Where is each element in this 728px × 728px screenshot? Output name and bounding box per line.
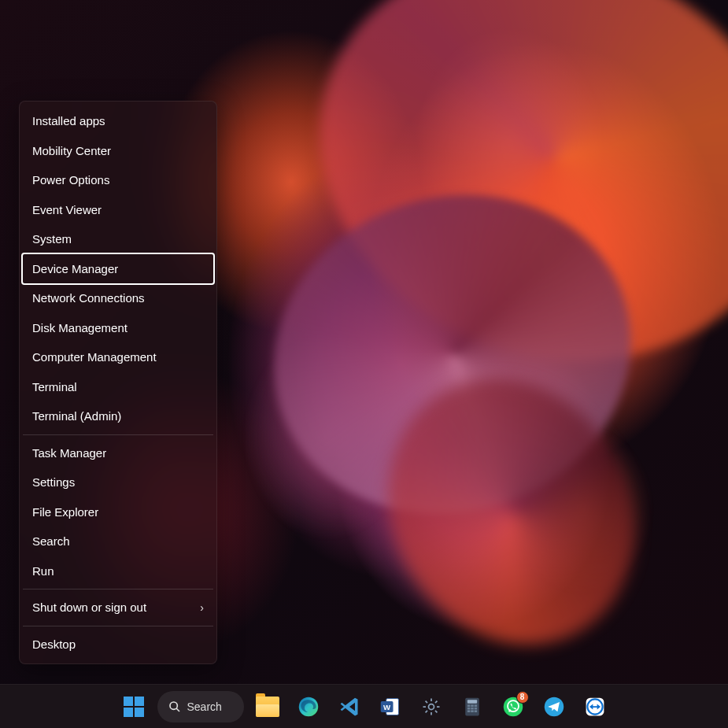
menu-item-run[interactable]: Run xyxy=(23,556,213,586)
taskbar-calculator[interactable] xyxy=(455,689,490,724)
taskbar-word[interactable]: W xyxy=(373,689,408,724)
menu-item-desktop[interactable]: Desktop xyxy=(23,630,213,660)
menu-item-label: System xyxy=(32,231,72,247)
search-label: Search xyxy=(187,700,222,713)
menu-item-label: Device Manager xyxy=(32,261,118,277)
svg-rect-12 xyxy=(474,704,477,707)
chevron-right-icon: › xyxy=(200,601,204,615)
teamviewer-icon xyxy=(584,696,606,718)
taskbar-vscode[interactable] xyxy=(332,689,367,724)
svg-rect-10 xyxy=(467,704,470,707)
svg-rect-16 xyxy=(467,710,470,712)
svg-text:W: W xyxy=(383,702,391,711)
taskbar-whatsapp[interactable]: 8 xyxy=(496,689,530,724)
menu-item-installed-apps[interactable]: Installed apps xyxy=(23,106,213,136)
menu-item-label: Settings xyxy=(32,475,75,490)
svg-point-7 xyxy=(428,704,434,709)
vscode-icon xyxy=(338,696,360,718)
search-icon xyxy=(168,700,181,713)
calculator-icon xyxy=(461,696,483,718)
menu-item-search[interactable]: Search xyxy=(23,527,213,556)
edge-icon xyxy=(297,696,320,718)
svg-point-0 xyxy=(170,702,177,709)
menu-item-terminal-admin[interactable]: Terminal (Admin) xyxy=(23,401,213,431)
menu-item-label: Mobility Center xyxy=(32,143,111,159)
svg-rect-17 xyxy=(471,710,474,712)
svg-line-1 xyxy=(176,708,179,711)
menu-item-label: Computer Management xyxy=(32,349,157,365)
svg-rect-9 xyxy=(467,700,476,703)
gear-icon xyxy=(420,696,442,718)
svg-rect-18 xyxy=(474,710,477,712)
menu-item-label: Run xyxy=(32,564,54,579)
menu-item-event-viewer[interactable]: Event Viewer xyxy=(23,195,213,225)
menu-item-label: Disk Management xyxy=(32,320,127,336)
menu-item-system[interactable]: System xyxy=(23,224,213,254)
menu-item-label: Search xyxy=(32,534,70,549)
taskbar-edge[interactable] xyxy=(291,689,326,724)
menu-item-shut-down-or-sign-out[interactable]: Shut down or sign out› xyxy=(23,593,213,623)
menu-item-computer-management[interactable]: Computer Management xyxy=(23,342,213,372)
menu-item-settings[interactable]: Settings xyxy=(23,467,213,497)
menu-item-label: Installed apps xyxy=(32,113,105,129)
menu-divider xyxy=(23,589,213,589)
word-icon: W xyxy=(379,696,401,718)
menu-item-task-manager[interactable]: Task Manager xyxy=(23,438,213,468)
svg-rect-11 xyxy=(471,704,474,707)
menu-item-power-options[interactable]: Power Options xyxy=(23,165,213,195)
menu-item-label: Power Options xyxy=(32,172,109,188)
svg-rect-15 xyxy=(474,707,477,709)
taskbar: Search W xyxy=(0,684,728,728)
taskbar-settings[interactable] xyxy=(414,689,449,724)
menu-item-label: Terminal (Admin) xyxy=(32,408,121,424)
taskbar-telegram[interactable] xyxy=(537,689,571,724)
taskbar-search[interactable]: Search xyxy=(157,691,244,722)
folder-icon xyxy=(256,697,279,717)
menu-item-label: Network Connections xyxy=(32,290,145,306)
menu-item-file-explorer[interactable]: File Explorer xyxy=(23,497,213,527)
notification-badge: 8 xyxy=(516,691,529,704)
menu-item-label: Terminal xyxy=(32,379,77,395)
start-button[interactable] xyxy=(116,689,151,724)
windows-logo-icon xyxy=(124,697,144,717)
menu-item-label: Desktop xyxy=(32,637,76,652)
menu-item-label: Task Manager xyxy=(32,445,106,461)
menu-item-terminal[interactable]: Terminal xyxy=(23,372,213,402)
menu-item-label: Shut down or sign out xyxy=(32,600,146,615)
menu-item-mobility-center[interactable]: Mobility Center xyxy=(23,136,213,166)
menu-divider xyxy=(23,626,213,626)
telegram-icon xyxy=(543,696,565,718)
svg-rect-13 xyxy=(467,707,470,709)
menu-item-label: File Explorer xyxy=(32,504,98,520)
menu-divider xyxy=(23,434,213,435)
menu-item-device-manager[interactable]: Device Manager xyxy=(21,253,215,286)
winx-context-menu: Installed appsMobility CenterPower Optio… xyxy=(19,101,217,664)
menu-item-label: Event Viewer xyxy=(32,202,102,218)
taskbar-file-explorer[interactable] xyxy=(250,689,285,724)
svg-rect-14 xyxy=(471,707,474,709)
menu-item-disk-management[interactable]: Disk Management xyxy=(23,313,213,343)
taskbar-teamviewer[interactable] xyxy=(578,689,612,724)
menu-item-network-connections[interactable]: Network Connections xyxy=(23,283,213,313)
